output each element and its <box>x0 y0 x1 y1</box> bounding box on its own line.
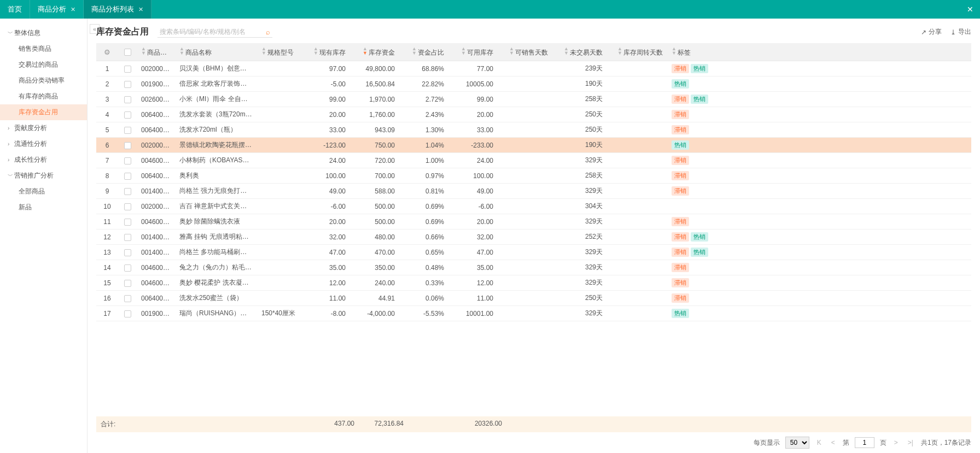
pager-per-select[interactable]: 50 <box>785 437 809 449</box>
cell-fund: 750.00 <box>350 138 399 153</box>
cell-checkbox[interactable] <box>118 77 137 92</box>
cell-pct: 0.81% <box>399 184 448 199</box>
sidebar-group-overview[interactable]: ﹀整体信息 <box>0 25 87 41</box>
table-row[interactable]: 1002000…贝汉美（BHM）创意北欧…97.0049,800.0068.86… <box>96 61 971 77</box>
col-settings[interactable]: ⚙ <box>96 43 118 61</box>
checkbox[interactable] <box>124 280 131 287</box>
sidebar-item-stocked-products[interactable]: 有库存的商品 <box>0 89 87 104</box>
checkbox[interactable] <box>124 264 131 272</box>
tabs-close-all[interactable]: ✕ <box>960 0 980 19</box>
col-code[interactable]: ▲▼商品… <box>137 43 175 61</box>
table-row[interactable]: 13001400…尚格兰 多功能马桶刷套装 带47.00470.000.65%4… <box>96 245 971 260</box>
pager-first[interactable]: K <box>815 439 824 446</box>
sidebar-item-all-products[interactable]: 全部商品 <box>0 184 87 199</box>
pager-page-input[interactable] <box>855 437 874 448</box>
checkbox[interactable] <box>124 173 131 180</box>
cell-spec <box>257 168 301 184</box>
cell-checkbox[interactable] <box>118 199 137 214</box>
col-avail[interactable]: ▲▼可用库存 <box>448 43 498 61</box>
col-stock[interactable]: ▲▼现有库存 <box>301 43 350 61</box>
cell-checkbox[interactable] <box>118 153 137 168</box>
cell-checkbox[interactable] <box>118 168 137 184</box>
cell-checkbox[interactable] <box>118 138 137 153</box>
search-icon[interactable]: ⌕ <box>266 28 270 36</box>
col-label: 现有库存 <box>319 49 346 56</box>
sidebar-group-contribution[interactable]: ›贡献度分析 <box>0 120 87 136</box>
pager-prev[interactable]: < <box>829 439 837 446</box>
table-row[interactable]: 16006400…洗发水250蜜兰（袋）11.0044.910.06%11.00… <box>96 291 971 306</box>
cell-code: 006400… <box>137 122 175 138</box>
checkbox[interactable] <box>124 188 131 195</box>
checkbox[interactable] <box>124 310 131 317</box>
checkbox[interactable] <box>124 203 131 210</box>
cell-checkbox[interactable] <box>118 245 137 260</box>
col-no-trade[interactable]: ▲▼未交易天数 <box>552 43 607 61</box>
checkbox[interactable] <box>124 234 131 241</box>
cell-checkbox[interactable] <box>118 92 137 107</box>
table-row[interactable]: 15004600…奥妙 樱花柔护 洗衣凝珠 1012.00240.000.33%… <box>96 275 971 291</box>
cell-code: 002000… <box>137 199 175 214</box>
cell-checkbox[interactable] <box>118 122 137 138</box>
checkbox[interactable] <box>124 49 131 56</box>
sidebar-group-marketing[interactable]: ﹀营销推广分析 <box>0 168 87 184</box>
cell-checkbox[interactable] <box>118 214 137 230</box>
pager-next[interactable]: > <box>892 439 900 446</box>
table-row[interactable]: 9001400…尚格兰 强力无痕免打孔浴室49.00588.000.81%49.… <box>96 184 971 199</box>
table-row[interactable]: 14004600…兔之力（兔の力）粘毛器粘35.00350.000.48%35.… <box>96 260 971 275</box>
sidebar-item-traded-products[interactable]: 交易过的商品 <box>0 57 87 73</box>
sidebar-item-stock-fund[interactable]: 库存资金占用 <box>0 104 87 120</box>
tab-analysis[interactable]: 商品分析 ✕ <box>30 0 84 19</box>
checkbox[interactable] <box>124 157 131 164</box>
close-icon[interactable]: ✕ <box>138 6 143 13</box>
tab-home[interactable]: 首页 <box>0 0 30 19</box>
cell-checkbox[interactable] <box>118 306 137 321</box>
col-pct[interactable]: ▲▼资金占比 <box>399 43 448 61</box>
col-name[interactable]: ▲▼商品名称 <box>175 43 257 61</box>
table-row[interactable]: 4006400…洗发水套装（3瓶720ml+1…20.001,760.002.4… <box>96 107 971 122</box>
checkbox[interactable] <box>124 219 131 226</box>
checkbox[interactable] <box>124 81 131 88</box>
sidebar-item-sales-products[interactable]: 销售类商品 <box>0 41 87 57</box>
col-checkbox[interactable] <box>118 43 137 61</box>
table-row[interactable]: 3002600…小米（MI）雨伞 全自动折叠99.001,970.002.72%… <box>96 92 971 107</box>
pager-last[interactable]: >| <box>906 439 915 446</box>
sidebar-group-growth[interactable]: ›成长性分析 <box>0 152 87 168</box>
cell-checkbox[interactable] <box>118 291 137 306</box>
share-button[interactable]: ↗分享 <box>921 27 942 37</box>
sidebar-group-circulation[interactable]: ›流通性分析 <box>0 136 87 152</box>
cell-checkbox[interactable] <box>118 61 137 77</box>
search-input[interactable] <box>160 28 264 36</box>
checkbox[interactable] <box>124 96 131 103</box>
table-row[interactable]: 17001900…瑞尚（RUISHANG）卧室…150*40厘米-8.00-4,… <box>96 306 971 321</box>
table-row[interactable]: 11004600…奥妙 除菌除螨洗衣液20.00500.000.69%20.00… <box>96 214 971 230</box>
checkbox[interactable] <box>124 249 131 256</box>
col-fund[interactable]: ▲▼库存资金 <box>350 43 399 61</box>
checkbox[interactable] <box>124 111 131 119</box>
close-icon[interactable]: ✕ <box>71 6 75 13</box>
sidebar-item-new-products[interactable]: 新品 <box>0 199 87 215</box>
checkbox[interactable] <box>124 127 131 134</box>
cell-checkbox[interactable] <box>118 184 137 199</box>
cell-name: 小米（MI）雨伞 全自动折叠 <box>175 92 257 107</box>
cell-checkbox[interactable] <box>118 107 137 122</box>
cell-checkbox[interactable] <box>118 275 137 291</box>
table-row[interactable]: 2001900…倍思家 北欧客厅装饰画卧室-5.0016,500.8422.82… <box>96 77 971 92</box>
table-row[interactable]: 7004600…小林制药（KOBAYASHI）日24.00720.001.00%… <box>96 153 971 168</box>
table-row[interactable]: 6002000…景德镇北欧陶瓷花瓶摆件 仿-123.00750.001.04%-… <box>96 138 971 153</box>
col-turn-days[interactable]: ▲▼库存周转天数 <box>607 43 667 61</box>
export-button[interactable]: ⤓导出 <box>950 27 971 37</box>
col-spec[interactable]: ▲▼规格型号 <box>257 43 301 61</box>
checkbox[interactable] <box>124 142 131 149</box>
sidebar-item-category-rate[interactable]: 商品分类动销率 <box>0 73 87 89</box>
table-row[interactable]: 12001400…雅高 挂钩 无痕透明粘钩 强32.00480.000.66%3… <box>96 230 971 245</box>
checkbox[interactable] <box>124 295 131 302</box>
checkbox[interactable] <box>124 66 131 73</box>
cell-checkbox[interactable] <box>118 260 137 275</box>
tab-analysis-list[interactable]: 商品分析列表 ✕ <box>84 0 151 19</box>
table-row[interactable]: 5006400…洗发水720ml（瓶）33.00943.091.30%33.00… <box>96 122 971 138</box>
table-row[interactable]: 8006400…奥利奥100.00700.000.97%100.00258天滞销 <box>96 168 971 184</box>
col-sale-days[interactable]: ▲▼可销售天数 <box>498 43 552 61</box>
table-row[interactable]: 10002000…吉百 禅意新中式玄关摆件客-6.00500.000.69%-6… <box>96 199 971 214</box>
col-tags[interactable]: ▲▼标签 <box>667 43 971 61</box>
cell-checkbox[interactable] <box>118 230 137 245</box>
